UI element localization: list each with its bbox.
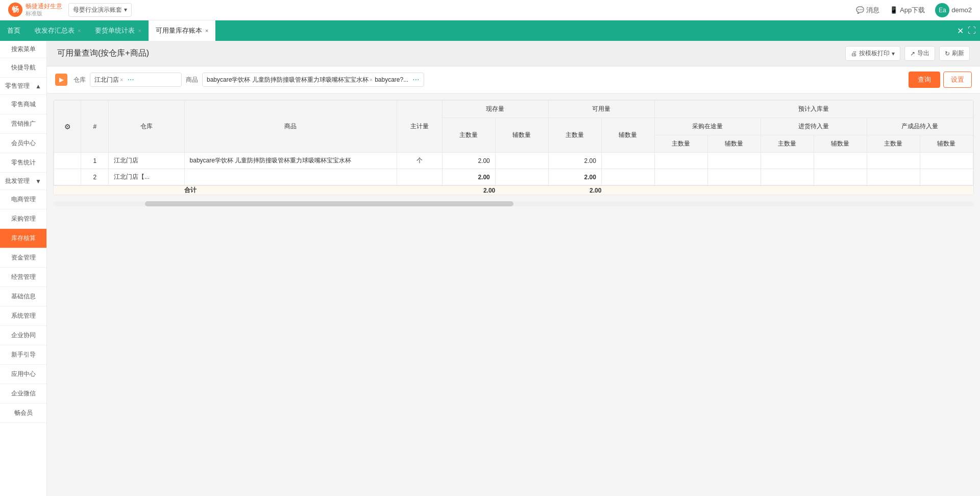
footer-purchase-transit-main [654, 185, 707, 195]
footer-num [81, 185, 108, 195]
sidebar-item-enterprise-wechat[interactable]: 企业微信 [0, 384, 46, 404]
ecommerce-label: 电商管理 [11, 195, 36, 204]
table-footer: 合计 2.00 2.00 [54, 185, 973, 195]
tab-order-stats[interactable]: 要货单统计表 × [88, 20, 148, 41]
warehouse-tag-close[interactable]: × [120, 77, 123, 83]
sidebar-item-finance[interactable]: 资金管理 [0, 248, 46, 268]
sidebar-item-marketing[interactable]: 营销推广 [0, 114, 46, 134]
footer-settings [54, 185, 81, 195]
sidebar-item-retail-mgmt[interactable]: 零售管理 ▲ [0, 78, 46, 95]
row2-warehouse: 江北门店【... [108, 169, 184, 186]
footer-stock-sub [495, 185, 548, 195]
app-download-btn[interactable]: 📱 App下载 [890, 6, 925, 15]
member-center-label: 会员中心 [11, 139, 36, 148]
row2-purchase-transit-sub [707, 169, 761, 186]
tab-available-stock-close[interactable]: × [205, 28, 208, 34]
operations-label: 经营管理 [11, 273, 36, 281]
retail-shop-label: 零售商城 [11, 100, 36, 109]
retail-stats-label: 零售统计 [11, 158, 36, 167]
sidebar-item-basic-info[interactable]: 基础信息 [0, 287, 46, 306]
enterprise-wechat-label: 企业微信 [11, 389, 36, 398]
product-tag-1-close[interactable]: × [370, 77, 373, 83]
export-label: 导出 [917, 49, 929, 58]
refresh-label: 刷新 [952, 49, 964, 58]
product-more-btn[interactable]: ··· [412, 75, 419, 84]
member-label: 畅会员 [14, 409, 33, 417]
sidebar-item-inventory[interactable]: 库存核算 [0, 229, 46, 248]
col-product-pending-header: 产成品待入量 [867, 118, 973, 135]
expand-icon[interactable]: ⛶ [968, 26, 976, 35]
sidebar-item-wholesale-mgmt[interactable]: 批发管理 ▼ [0, 173, 46, 190]
wholesale-mgmt-arrow: ▼ [35, 178, 41, 185]
sidebar-item-operations[interactable]: 经营管理 [0, 268, 46, 287]
message-btn[interactable]: 💬 消息 [856, 6, 879, 15]
footer-row: 合计 2.00 2.00 [54, 185, 973, 195]
sidebar-item-member[interactable]: 畅会员 [0, 404, 46, 423]
new-guide-label: 新手引导 [11, 350, 36, 359]
message-label: 消息 [866, 6, 879, 15]
row2-stock-sub [495, 169, 548, 186]
footer-warehouse [108, 185, 184, 195]
industry-label: 母婴行业演示账套 [73, 6, 122, 14]
table-row: 1 江北门店 babycare学饮杯 儿童防摔防撞吸管杯重力球吸嘴杯宝宝水杯 个… [54, 153, 973, 169]
print-template-btn[interactable]: 🖨 按模板打印 ▾ [845, 46, 900, 61]
col-purchase-transit-header: 采购在途量 [654, 118, 761, 135]
sidebar-item-enterprise-collab[interactable]: 企业协同 [0, 326, 46, 345]
scrollbar-thumb[interactable] [145, 201, 513, 206]
row2-product-pending-main [867, 169, 920, 186]
logo-sub: 标准版 [26, 10, 62, 17]
close-all-tabs-icon[interactable]: ✕ [957, 26, 964, 36]
footer-avail-main: 2.00 [548, 185, 601, 195]
table-body: 1 江北门店 babycare学饮杯 儿童防摔防撞吸管杯重力球吸嘴杯宝宝水杯 个… [54, 153, 973, 186]
sidebar-item-system[interactable]: 系统管理 [0, 306, 46, 326]
footer-stock-main: 2.00 [442, 185, 495, 195]
row1-avail-main: 2.00 [548, 153, 601, 169]
horizontal-scrollbar[interactable] [53, 201, 974, 206]
sidebar-item-search[interactable]: 搜索菜单 [0, 41, 46, 58]
export-icon: ↗ [910, 50, 915, 57]
filter-expand-btn[interactable]: ▶ [55, 74, 67, 86]
col-product-pending-main-header: 主数量 [867, 135, 920, 153]
sidebar-item-member-center[interactable]: 会员中心 [0, 134, 46, 153]
sidebar-item-app-center[interactable]: 应用中心 [0, 365, 46, 384]
sidebar-item-new-guide[interactable]: 新手引导 [0, 345, 46, 365]
footer-avail-sub [601, 185, 654, 195]
sidebar-item-quick-nav[interactable]: 快捷导航 [0, 58, 46, 78]
tab-income-expense[interactable]: 收发存汇总表 × [28, 20, 88, 41]
query-btn[interactable]: 查询 [909, 72, 940, 88]
row2-product [184, 169, 397, 186]
col-settings-header[interactable]: ⚙ [54, 101, 81, 153]
industry-selector[interactable]: 母婴行业演示账套 ▾ [68, 3, 132, 17]
avatar: Ea [935, 3, 949, 17]
app-download-label: App下载 [900, 6, 925, 15]
settings-gear-icon[interactable]: ⚙ [64, 123, 71, 131]
sidebar-item-retail-stats[interactable]: 零售统计 [0, 153, 46, 173]
tab-available-stock[interactable]: 可用量库存账本 × [149, 20, 215, 41]
row1-stock-main: 2.00 [442, 153, 495, 169]
sidebar-item-retail-shop[interactable]: 零售商城 [0, 95, 46, 114]
search-menu-label: 搜索菜单 [11, 45, 36, 54]
warehouse-more-btn[interactable]: ··· [127, 75, 134, 84]
sidebar-item-purchase-mgmt[interactable]: 采购管理 [0, 209, 46, 229]
col-goods-pending-sub-header: 辅数量 [814, 135, 867, 153]
product-filter-input[interactable]: babycare学饮杯 儿童防摔防撞吸管杯重力球吸嘴杯宝宝水杯 × babyca… [202, 73, 424, 87]
tab-order-stats-close[interactable]: × [138, 28, 141, 34]
print-arrow: ▾ [892, 50, 895, 57]
col-warehouse-header: 仓库 [108, 101, 184, 153]
tab-income-expense-close[interactable]: × [78, 28, 81, 34]
tab-home[interactable]: 首页 [0, 20, 28, 41]
sidebar-item-ecommerce[interactable]: 电商管理 [0, 190, 46, 209]
warehouse-filter-input[interactable]: 江北门店 × ··· [90, 73, 182, 87]
row1-avail-sub [601, 153, 654, 169]
page-header-actions: 🖨 按模板打印 ▾ ↗ 导出 ↻ 刷新 [845, 46, 970, 61]
row2-settings [54, 169, 81, 186]
export-btn[interactable]: ↗ 导出 [904, 46, 935, 61]
footer-purchase-transit-sub [707, 185, 761, 195]
row1-product-pending-sub [920, 153, 973, 169]
user-area[interactable]: Ea demo2 [935, 3, 972, 17]
row2-goods-pending-main [761, 169, 814, 186]
main-content: 可用量查询(按仓库+商品) 🖨 按模板打印 ▾ ↗ 导出 ↻ 刷新 ▶ [47, 41, 980, 496]
refresh-btn[interactable]: ↻ 刷新 [939, 46, 970, 61]
product-tag-2-value: babycare?... [375, 76, 408, 83]
settings-btn[interactable]: 设置 [943, 72, 972, 88]
